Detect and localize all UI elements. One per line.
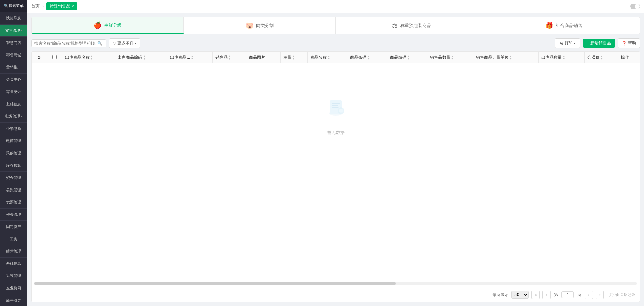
tab-meat-cut-label: 肉类分割 [256,22,274,29]
last-page-button[interactable]: » [596,291,604,299]
next-page-button[interactable]: › [585,291,593,299]
sidebar-item-finance-mgmt[interactable]: 资金管理 [0,172,27,184]
empty-state: 暂无数据 [32,73,640,156]
sidebar: 🔍 搜索菜单 快捷导航 零售管理 ▾ 智慧门店 零售商城 营销推广 会员中心 零… [0,0,27,306]
th-product-image: 商品图片 [246,52,280,63]
scrollbar-track[interactable] [34,282,637,285]
sort-arrows11[interactable]: ▲▼ [563,55,565,60]
sidebar-item-purchase-mgmt[interactable]: 采购管理 [0,147,27,159]
sidebar-search[interactable]: 🔍 搜索菜单 [0,0,27,12]
th-checkbox[interactable] [46,52,62,63]
first-page-button[interactable]: « [531,291,540,299]
sidebar-item-wages[interactable]: 工资 [0,233,27,245]
tab-weight-prepack[interactable]: ⚖ 称重预包装商品 [336,17,488,34]
sidebar-item-invoice-mgmt[interactable]: 发票管理 [0,196,27,209]
sort-arrows5[interactable]: ▲▼ [292,55,295,60]
table-container: ⚙ 出库商品名称 ▲▼ [31,51,640,302]
sidebar-item-sales-promo[interactable]: 营销推广 [0,61,27,74]
th-out-qty: 出库品数量 ▲▼ [538,52,584,63]
sidebar-item-system-mgmt[interactable]: 系统管理 [0,270,27,282]
print-label: 打印 [565,40,573,46]
meat-cut-icon: 🐷 [246,22,253,29]
sidebar-item-inventory[interactable]: 库存核算 [0,159,27,172]
chevron-down-icon3: ▾ [574,42,576,45]
filter-button[interactable]: ▽ 更多条件 ▾ [109,38,140,48]
prev-page-button[interactable]: ‹ [542,291,551,299]
select-all-checkbox[interactable] [52,55,57,59]
sort-arrows[interactable]: ▲▼ [90,55,93,60]
sidebar-item-new-guide[interactable]: 新手引导 [0,294,27,306]
settings-icon: ⚙ [37,55,41,60]
sidebar-item-retail-stats[interactable]: 零售统计 [0,86,27,98]
empty-row: 暂无数据 [32,63,640,166]
sidebar-item-ledger-mgmt[interactable]: 总账管理 [0,184,27,196]
toggle-button[interactable] [630,4,640,9]
filter-label: 更多条件 [117,40,134,46]
sort-arrows8[interactable]: ▲▼ [407,55,410,60]
sidebar-item-ops-mgmt[interactable]: 经营管理 [0,245,27,258]
main-area: 首页 › 特殊销售品 × 🍎 生鲜分级 🐷 肉类分割 ⚖ 称重预包装商 [27,0,644,306]
tab-meat-cut[interactable]: 🐷 肉类分割 [184,17,336,34]
help-button[interactable]: ❓ 帮助 [618,38,640,48]
sort-arrows12[interactable]: ▲▼ [600,55,603,60]
sidebar-item-fixed-assets[interactable]: 固定资产 [0,221,27,233]
table-wrap: ⚙ 出库商品名称 ▲▼ [32,52,640,279]
sidebar-item-tax-mgmt[interactable]: 税务管理 [0,209,27,221]
search-icon[interactable]: 🔍 [97,41,102,46]
page-unit: 页 [577,292,581,298]
sort-arrows6[interactable]: ▲▼ [327,55,330,60]
toolbar-right: 🖨 打印 ▾ + 新增销售品 ❓ 帮助 [555,38,640,48]
sidebar-search-label: 搜索菜单 [9,3,24,9]
toggle-circle [635,4,640,9]
scrollbar-thumb[interactable] [34,282,396,285]
th-product-name: 商品名称 ▲▼ [308,52,347,63]
th-sales-product: 销售品 ▲▼ [212,52,246,63]
current-tab-tag[interactable]: 特殊销售品 × [46,2,77,10]
chevron-down-icon: ▾ [21,29,22,32]
th-out-product-name: 出库商品名称 ▲▼ [62,52,115,63]
sort-arrows7[interactable]: ▲▼ [367,55,370,60]
toolbar: 🔍 ▽ 更多条件 ▾ 🖨 打印 ▾ + 新增销售品 ❓ 帮助 [31,38,640,48]
print-icon: 🖨 [559,41,563,46]
sort-arrows10[interactable]: ▲▼ [509,55,512,60]
total-text: 共0页 0条记录 [609,292,635,298]
sidebar-item-smart-store[interactable]: 智慧门店 [0,37,27,49]
horizontal-scrollbar[interactable] [32,279,640,288]
th-operation: 操作 [618,52,640,63]
sidebar-item-retail-mgmt[interactable]: 零售管理 ▾ [0,25,27,37]
top-right [630,4,640,9]
help-icon: ❓ [621,41,627,46]
sidebar-item-basic-info[interactable]: 基础信息 [0,98,27,110]
th-settings[interactable]: ⚙ [32,52,46,63]
page-size-select[interactable]: 50 10 20 100 [511,291,529,299]
chevron-down-icon2: ▾ [21,115,22,118]
tab-combo-sales[interactable]: 🎁 组合商品销售 [488,17,640,34]
sidebar-item-quick-nav[interactable]: 快捷导航 [0,12,27,25]
current-tab-label: 特殊销售品 [50,3,70,9]
page-input[interactable] [561,291,574,298]
sidebar-item-basic-info2[interactable]: 基础信息 [0,258,27,270]
sort-arrows3[interactable]: ▲▼ [191,55,193,60]
sort-arrows2[interactable]: ▲▼ [143,55,146,60]
add-sales-button[interactable]: + 新增销售品 [583,39,615,48]
sort-arrows9[interactable]: ▲▼ [451,55,454,60]
sort-arrows4[interactable]: ▲▼ [228,55,231,60]
sidebar-item-wholesale-mgmt[interactable]: 批发管理 ▾ [0,110,27,123]
th-product-barcode: 商品条码 ▲▼ [347,52,387,63]
sidebar-item-mini-ecom[interactable]: 小畅电商 [0,123,27,135]
th-product-code: 商品编码 ▲▼ [387,52,427,63]
sidebar-item-member-center[interactable]: 会员中心 [0,74,27,86]
print-button[interactable]: 🖨 打印 ▾ [555,38,580,48]
th-out-product-abbr: 出库商品... ▲▼ [167,52,212,63]
search-box[interactable]: 🔍 [31,39,106,47]
page-word: 第 [554,292,558,298]
close-icon[interactable]: × [72,4,74,9]
sidebar-item-enterprise[interactable]: 企业协同 [0,282,27,294]
tab-fresh-grade[interactable]: 🍎 生鲜分级 [32,17,184,34]
search-input[interactable] [34,41,96,46]
sidebar-item-retail-mall[interactable]: 零售商城 [0,49,27,61]
home-link[interactable]: 首页 [31,3,40,9]
th-out-product-code: 出库商品编码 ▲▼ [115,52,167,63]
empty-text: 暂无数据 [327,129,345,136]
sidebar-item-ecom-mgmt[interactable]: 电商管理 [0,135,27,147]
